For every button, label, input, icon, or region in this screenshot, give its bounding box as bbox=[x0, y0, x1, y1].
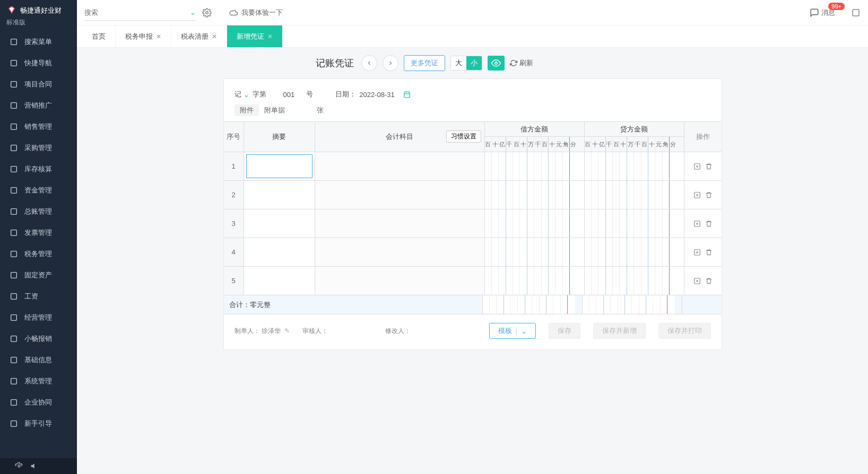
digit-cell[interactable] bbox=[618, 295, 624, 314]
digit-cell[interactable] bbox=[492, 238, 499, 266]
digit-cell[interactable] bbox=[499, 209, 506, 238]
size-small[interactable]: 小 bbox=[466, 56, 482, 70]
digit-cell[interactable] bbox=[592, 267, 598, 295]
delete-row-icon[interactable] bbox=[705, 191, 713, 199]
delete-row-icon[interactable] bbox=[705, 220, 713, 227]
sound-icon[interactable] bbox=[30, 462, 38, 470]
digit-cell[interactable] bbox=[641, 152, 648, 180]
digit-cell[interactable] bbox=[663, 181, 670, 209]
digit-cell[interactable] bbox=[620, 267, 627, 295]
credit-cell[interactable] bbox=[585, 152, 684, 180]
digit-cell[interactable] bbox=[613, 181, 620, 209]
add-row-icon[interactable] bbox=[693, 163, 701, 170]
digit-cell[interactable] bbox=[563, 209, 570, 238]
digit-cell[interactable] bbox=[663, 152, 670, 180]
calendar-icon[interactable] bbox=[403, 91, 411, 98]
digit-cell[interactable] bbox=[506, 267, 513, 295]
digit-cell[interactable] bbox=[506, 152, 513, 180]
digit-cell[interactable] bbox=[634, 267, 641, 295]
digit-cell[interactable] bbox=[663, 209, 670, 238]
summary-cell[interactable] bbox=[244, 267, 315, 295]
tab-2[interactable]: 税表清册✕ bbox=[171, 25, 227, 47]
digit-cell[interactable] bbox=[663, 238, 670, 266]
more-voucher-button[interactable]: 更多凭证 bbox=[404, 55, 445, 71]
digit-cell[interactable] bbox=[520, 267, 527, 295]
size-large[interactable]: 大 bbox=[451, 56, 466, 70]
digit-cell[interactable] bbox=[540, 295, 546, 314]
digit-cell[interactable] bbox=[641, 181, 648, 209]
digit-cell[interactable] bbox=[653, 295, 660, 314]
summary-input[interactable] bbox=[246, 154, 313, 178]
debit-cell[interactable] bbox=[485, 238, 585, 266]
subject-cell[interactable] bbox=[315, 152, 485, 180]
digit-cell[interactable] bbox=[639, 295, 646, 314]
digit-cell[interactable] bbox=[555, 238, 562, 266]
digit-cell[interactable] bbox=[634, 209, 641, 238]
digit-cell[interactable] bbox=[555, 209, 562, 238]
digit-cell[interactable] bbox=[620, 238, 627, 266]
digit-cell[interactable] bbox=[604, 295, 611, 314]
digit-cell[interactable] bbox=[620, 209, 627, 238]
digit-cell[interactable] bbox=[520, 238, 527, 266]
digit-cell[interactable] bbox=[542, 181, 549, 209]
digit-cell[interactable] bbox=[563, 152, 570, 180]
digit-cell[interactable] bbox=[506, 209, 513, 238]
digit-cell[interactable] bbox=[641, 209, 648, 238]
digit-cell[interactable] bbox=[549, 181, 555, 209]
digit-cell[interactable] bbox=[627, 238, 634, 266]
credit-cell[interactable] bbox=[585, 181, 684, 209]
digit-cell[interactable] bbox=[585, 209, 592, 238]
digit-cell[interactable] bbox=[546, 295, 553, 314]
digit-cell[interactable] bbox=[648, 238, 655, 266]
digit-cell[interactable] bbox=[648, 267, 655, 295]
add-row-icon[interactable] bbox=[693, 220, 701, 227]
credit-cell[interactable] bbox=[585, 267, 684, 295]
digit-cell[interactable] bbox=[497, 295, 504, 314]
digit-cell[interactable] bbox=[598, 209, 605, 238]
digit-cell[interactable] bbox=[561, 295, 568, 314]
digit-cell[interactable] bbox=[513, 181, 520, 209]
sidebar-item-14[interactable]: 小畅报销 bbox=[0, 328, 77, 349]
digit-cell[interactable] bbox=[520, 181, 527, 209]
digit-cell[interactable] bbox=[549, 152, 555, 180]
digit-cell[interactable] bbox=[534, 267, 541, 295]
digit-cell[interactable] bbox=[492, 152, 499, 180]
invite-link[interactable]: 我要体验一下 bbox=[229, 8, 283, 17]
digit-cell[interactable] bbox=[620, 181, 627, 209]
debit-cell[interactable] bbox=[485, 209, 585, 238]
gear-icon[interactable] bbox=[200, 6, 214, 20]
summary-cell[interactable] bbox=[244, 238, 315, 266]
delete-row-icon[interactable] bbox=[705, 249, 713, 256]
search-input[interactable] bbox=[84, 8, 187, 16]
sidebar-item-0[interactable]: 搜索菜单 bbox=[0, 31, 77, 52]
digit-cell[interactable] bbox=[613, 152, 620, 180]
sidebar-item-11[interactable]: 固定资产 bbox=[0, 265, 77, 286]
next-button[interactable] bbox=[383, 55, 398, 71]
digit-cell[interactable] bbox=[648, 209, 655, 238]
sidebar-item-1[interactable]: 快捷导航 bbox=[0, 52, 77, 74]
save-button[interactable]: 保存 bbox=[549, 323, 580, 339]
digit-cell[interactable] bbox=[549, 238, 555, 266]
debit-cell[interactable] bbox=[485, 267, 585, 295]
digit-cell[interactable] bbox=[504, 295, 511, 314]
digit-cell[interactable] bbox=[499, 152, 506, 180]
delete-row-icon[interactable] bbox=[705, 163, 713, 170]
digit-cell[interactable] bbox=[670, 209, 676, 238]
digit-cell[interactable] bbox=[627, 152, 634, 180]
digit-cell[interactable] bbox=[485, 152, 492, 180]
tab-0[interactable]: 首页 bbox=[82, 25, 116, 47]
digit-cell[interactable] bbox=[513, 209, 520, 238]
voucher-date[interactable]: 2022-08-31 bbox=[359, 91, 395, 99]
digit-cell[interactable] bbox=[583, 295, 589, 314]
summary-cell[interactable] bbox=[244, 181, 315, 209]
credit-cell[interactable] bbox=[585, 238, 684, 266]
digit-cell[interactable] bbox=[513, 152, 520, 180]
template-button[interactable]: 模板 ⌄ bbox=[489, 323, 536, 339]
sidebar-item-2[interactable]: 项目合同 bbox=[0, 74, 77, 95]
digit-cell[interactable] bbox=[499, 181, 506, 209]
sidebar-item-5[interactable]: 采购管理 bbox=[0, 137, 77, 159]
digit-cell[interactable] bbox=[625, 295, 632, 314]
subject-cell[interactable] bbox=[315, 238, 485, 266]
save-new-button[interactable]: 保存并新增 bbox=[593, 323, 646, 339]
digit-cell[interactable] bbox=[670, 238, 676, 266]
